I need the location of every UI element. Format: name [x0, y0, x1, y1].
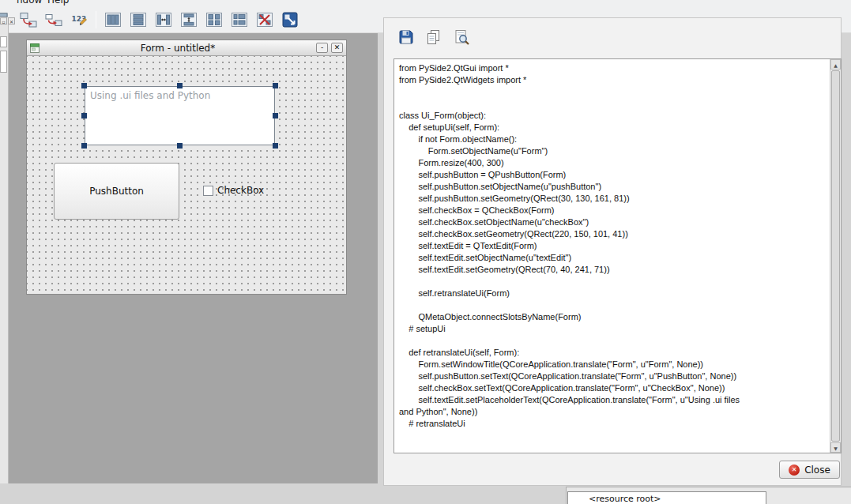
layout-vertically-icon — [130, 11, 147, 28]
edit-buddies-button[interactable] — [45, 11, 62, 28]
layout-vertical-splitter-button[interactable] — [180, 11, 198, 28]
form-window-titlebar[interactable]: Form - untitled* - ✕ — [27, 40, 346, 56]
dock-float-button[interactable]: ▫ — [0, 17, 7, 24]
form-close-button[interactable]: ✕ — [331, 43, 343, 53]
adjust-size-icon — [281, 11, 299, 28]
selection-handle[interactable] — [177, 143, 183, 149]
checkbox-widget[interactable]: CheckBox — [203, 185, 264, 196]
break-layout-icon — [256, 11, 273, 28]
menu-help[interactable]: Help — [47, 0, 69, 6]
adjust-size-button[interactable] — [281, 11, 299, 28]
edit-signals-slots-button[interactable] — [20, 11, 37, 28]
find-button[interactable] — [452, 28, 471, 47]
layout-grid-button[interactable] — [205, 11, 223, 28]
selection-handle[interactable] — [81, 113, 87, 118]
checkbox-label: CheckBox — [217, 185, 264, 196]
copy-icon — [425, 28, 442, 46]
selection-handle[interactable] — [177, 83, 183, 88]
edit-buddies-icon — [45, 11, 62, 28]
layout-form-icon — [231, 11, 248, 28]
layout-vertical-splitter-icon — [180, 11, 198, 28]
selection-handle[interactable] — [273, 143, 278, 149]
scrollbar-thumb[interactable] — [831, 70, 840, 442]
layout-vertically-button[interactable] — [130, 11, 147, 28]
scroll-down-button[interactable]: ▼ — [830, 442, 841, 453]
dock-list-fragment — [0, 51, 7, 73]
layout-horizontally-icon — [104, 11, 122, 28]
dock-titlebar: ▫ ✕ — [0, 17, 15, 24]
copy-button[interactable] — [424, 28, 443, 47]
save-button[interactable] — [397, 28, 416, 47]
save-icon — [397, 28, 415, 46]
selection-handle[interactable] — [273, 113, 278, 118]
edit-tab-order-icon: 123 — [70, 11, 88, 28]
code-viewer-dialog: from PySide2.QtGui import *from PySide2.… — [383, 17, 842, 486]
find-icon — [453, 28, 470, 46]
layout-grid-icon — [205, 11, 223, 28]
edit-tab-order-button[interactable]: 123 — [70, 11, 88, 28]
menubar: ndow Help — [0, 0, 851, 7]
scroll-up-button[interactable]: ▲ — [830, 59, 841, 70]
code-view[interactable]: from PySide2.QtGui import *from PySide2.… — [393, 58, 842, 453]
form-minimize-button[interactable]: - — [316, 43, 328, 53]
layout-horizontal-splitter-button[interactable] — [155, 11, 172, 28]
code-text: from PySide2.QtGui import *from PySide2.… — [394, 59, 830, 453]
layout-horizontally-button[interactable] — [104, 11, 122, 28]
widget-box-dock: ▫ ✕ — [0, 17, 9, 483]
checkbox-indicator[interactable] — [203, 186, 213, 196]
selection-handle[interactable] — [81, 143, 87, 149]
textedit-widget[interactable]: Using .ui files and Python — [85, 86, 275, 145]
pushbutton-widget[interactable]: PushButton — [54, 163, 179, 220]
form-editor-window: Form - untitled* - ✕ Using .ui files and… — [26, 39, 347, 295]
form-window-title: Form - untitled* — [43, 43, 313, 54]
resource-root-item[interactable]: <resource root> — [568, 492, 766, 504]
close-button-label: Close — [804, 465, 830, 476]
qt-designer-window: ndow Help — [0, 0, 851, 504]
textedit-placeholder: Using .ui files and Python — [85, 86, 275, 145]
form-canvas[interactable]: Using .ui files and Python PushButton Ch… — [27, 56, 346, 294]
code-scrollbar[interactable]: ▲ ▼ — [830, 59, 841, 453]
close-button[interactable]: ✕ Close — [779, 461, 840, 479]
layout-horizontal-splitter-icon — [155, 11, 172, 28]
resource-browser-panel: <resource root> — [566, 487, 851, 504]
selection-handle[interactable] — [81, 83, 87, 88]
toolbar-separator — [96, 11, 96, 28]
layout-form-button[interactable] — [231, 11, 248, 28]
break-layout-button[interactable] — [256, 11, 273, 28]
resource-tree[interactable]: <resource root> — [567, 491, 766, 504]
edit-signals-slots-icon — [20, 11, 37, 28]
code-dialog-toolbar — [397, 28, 471, 47]
selection-handle[interactable] — [273, 83, 278, 88]
close-x-icon: ✕ — [789, 465, 800, 476]
mdi-area: Form - untitled* - ✕ Using .ui files and… — [9, 33, 378, 483]
dock-filter-fragment — [0, 36, 7, 47]
menu-window[interactable]: ndow — [17, 0, 42, 6]
dock-close-button[interactable]: ✕ — [8, 17, 15, 24]
form-window-icon — [30, 43, 40, 53]
